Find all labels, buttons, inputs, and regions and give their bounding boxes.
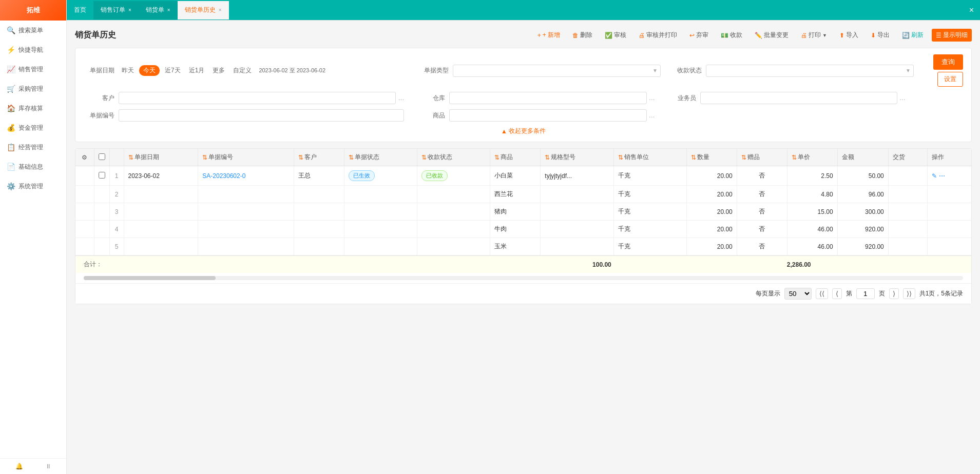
warehouse-input[interactable] (449, 92, 646, 104)
row-checkbox[interactable] (94, 166, 109, 186)
date-tab-7days[interactable]: 近7天 (162, 65, 184, 76)
page-number-input[interactable] (856, 288, 875, 299)
row-gear (75, 186, 94, 203)
sidebar-item-label: 经营管理 (18, 143, 43, 152)
doc-no-input[interactable] (119, 109, 404, 122)
salesman-more-icon[interactable]: … (899, 94, 906, 102)
date-tab-custom[interactable]: 自定义 (230, 65, 255, 76)
sidebar-item-ops-mgmt[interactable]: 📋 经营管理 (0, 137, 66, 157)
sidebar-item-quick-nav[interactable]: ⚡ 快捷导航 (0, 40, 66, 60)
tab-sales-goods[interactable]: 销货单 × (139, 1, 178, 19)
doc-no-link[interactable]: SA-20230602-0 (202, 172, 245, 180)
refresh-button[interactable]: 🔄 刷新 (898, 29, 928, 42)
date-tab-more[interactable]: 更多 (209, 65, 228, 76)
sidebar-item-purchase-mgmt[interactable]: 🛒 采购管理 (0, 79, 66, 98)
edit-action[interactable]: ✎ (932, 172, 937, 180)
col-customer[interactable]: ⇅客户 (294, 149, 344, 166)
per-page-select[interactable]: 50 100 200 (784, 288, 812, 300)
warehouse-more-icon[interactable]: … (649, 94, 655, 102)
row-docno[interactable] (198, 186, 294, 203)
col-qty[interactable]: ⇅数量 (686, 149, 737, 166)
date-tab-1month[interactable]: 近1月 (186, 65, 208, 76)
col-gear[interactable]: ⚙ (75, 149, 94, 166)
scrollbar-thumb[interactable] (84, 276, 216, 280)
batch-change-button[interactable]: ✏️ 批量变更 (751, 29, 793, 42)
audit-print-button[interactable]: 🖨 审核并打印 (635, 29, 681, 42)
col-gift[interactable]: ⇅赠品 (737, 149, 787, 166)
sidebar-pause-icon[interactable]: ⏸ (45, 463, 51, 470)
doc-type-label: 单据类型 (418, 66, 449, 75)
setting-button[interactable]: 设置 (937, 72, 963, 87)
show-detail-button[interactable]: ☰ 显示明细 (932, 29, 972, 42)
last-page-button[interactable]: ⟩⟩ (903, 288, 915, 299)
sidebar-item-finance-mgmt[interactable]: 💰 资金管理 (0, 118, 66, 137)
close-sales-history-tab[interactable]: × (219, 7, 222, 13)
col-date[interactable]: ⇅单据日期 (124, 149, 198, 166)
row-checkbox[interactable] (94, 203, 109, 221)
tab-home[interactable]: 首页 (67, 1, 93, 19)
col-docstatus[interactable]: ⇅单据状态 (344, 149, 417, 166)
date-tab-today[interactable]: 今天 (139, 65, 160, 76)
import-button[interactable]: ⬆ 导入 (835, 29, 862, 42)
col-amount[interactable]: 金额 (837, 149, 888, 166)
next-page-button[interactable]: ⟩ (889, 288, 899, 299)
row-select-checkbox[interactable] (99, 172, 105, 179)
col-price[interactable]: ⇅单价 (787, 149, 837, 166)
close-all-tabs[interactable]: × (963, 6, 980, 15)
scrollbar-track[interactable] (84, 276, 963, 280)
row-gift: 否 (737, 203, 787, 221)
audit-button[interactable]: ✅ 审核 (601, 29, 630, 42)
logo: 拓维 (0, 0, 66, 21)
col-spec[interactable]: ⇅规格型号 (541, 149, 613, 166)
delete-button[interactable]: 🗑 删除 (568, 29, 597, 42)
row-customer: 王总 (294, 166, 344, 186)
col-unit[interactable]: ⇅销售单位 (613, 149, 686, 166)
tab-sales-history[interactable]: 销货单历史 × (178, 1, 229, 19)
row-checkbox[interactable] (94, 221, 109, 238)
doc-type-input[interactable] (453, 65, 661, 77)
collapse-button[interactable]: ▲ 收起更多条件 (501, 127, 546, 135)
first-page-button[interactable]: ⟨⟨ (816, 288, 828, 299)
row-docno[interactable]: SA-20230602-0 (198, 166, 294, 186)
collect-button[interactable]: 💵 收款 (717, 29, 746, 42)
goods-more-icon[interactable]: … (649, 112, 655, 119)
new-button[interactable]: + + 新增 (533, 29, 564, 42)
sidebar-item-sales-mgmt[interactable]: 📈 销售管理 (0, 60, 66, 79)
sidebar-item-system-mgmt[interactable]: ⚙️ 系统管理 (0, 176, 66, 196)
tab-sales-order[interactable]: 销售订单 × (93, 1, 139, 19)
export-button[interactable]: ⬇ 导出 (867, 29, 894, 42)
query-button[interactable]: 查询 (933, 54, 963, 70)
col-goods[interactable]: ⇅商品 (490, 149, 541, 166)
basic-info-icon: 📄 (6, 162, 15, 171)
col-paystatus[interactable]: ⇅收款状态 (417, 149, 490, 166)
customer-input[interactable] (119, 92, 396, 104)
col-action: 操作 (927, 149, 971, 166)
sort-docstatus-icon: ⇅ (349, 154, 354, 161)
salesman-input[interactable] (700, 92, 897, 104)
row-checkbox[interactable] (94, 238, 109, 255)
row-checkbox[interactable] (94, 186, 109, 203)
col-checkbox[interactable] (94, 149, 109, 166)
col-docno[interactable]: ⇅单据编号 (198, 149, 294, 166)
payment-status-input[interactable] (706, 65, 914, 77)
row-docno[interactable] (198, 238, 294, 255)
close-sales-order-tab[interactable]: × (128, 7, 131, 13)
close-sales-goods-tab[interactable]: × (167, 7, 170, 13)
more-action[interactable]: ⋯ (939, 172, 945, 180)
sidebar-item-search-menu[interactable]: 🔍 搜索菜单 (0, 21, 66, 40)
row-docno[interactable] (198, 221, 294, 238)
abandon-button[interactable]: ↩ 弃审 (685, 29, 713, 42)
table-container[interactable]: ⚙ ⇅单据日期 ⇅单据编号 ⇅客户 ⇅单据状态 ⇅收款状态 ⇅商品 ⇅规格型号 … (75, 149, 971, 255)
row-docno[interactable] (198, 203, 294, 221)
sidebar-bell-icon[interactable]: 🔔 (15, 463, 23, 470)
select-all-checkbox[interactable] (99, 153, 105, 160)
print-button[interactable]: 🖨 打印 ▼ (797, 29, 831, 42)
goods-input[interactable] (449, 109, 646, 122)
prev-page-button[interactable]: ⟨ (832, 288, 842, 299)
main-area: 首页 销售订单 × 销货单 × 销货单历史 × × 销货单历史 + + 新增 (67, 0, 980, 474)
date-tab-yesterday[interactable]: 昨天 (119, 65, 137, 76)
row-unit: 千克 (613, 221, 686, 238)
customer-more-icon[interactable]: … (398, 94, 404, 102)
sidebar-item-inventory[interactable]: 🏠 库存核算 (0, 98, 66, 118)
sidebar-item-basic-info[interactable]: 📄 基础信息 (0, 157, 66, 176)
